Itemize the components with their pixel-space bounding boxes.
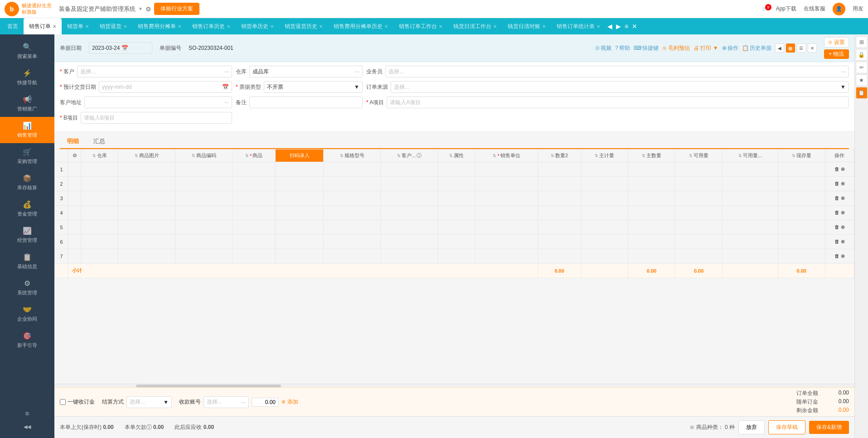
row-copy-3[interactable]: ⊕ <box>841 195 845 201</box>
online-service-link[interactable]: 在线客服 <box>804 5 825 13</box>
sidebar-item-sales[interactable]: 📊 销售管理 <box>0 117 54 143</box>
address-ellipsis[interactable]: ··· <box>224 99 229 106</box>
staff-ellipsis[interactable]: ··· <box>841 68 846 75</box>
tab-sales-order[interactable]: 销售订单 ✕ <box>24 18 62 34</box>
remark-input[interactable] <box>249 96 363 108</box>
sidebar-item-quicknav[interactable]: ⚡ 快捷导航 <box>0 64 54 91</box>
customer-input[interactable]: 选择... ··· <box>77 66 232 77</box>
warehouse-ellipsis[interactable]: ··· <box>355 68 359 75</box>
tab-home[interactable]: 首页 <box>2 18 24 34</box>
pag-close-btn[interactable]: ✕ <box>808 43 817 53</box>
tab-cash-daily[interactable]: 钱货日清工作台 ✕ <box>448 18 502 34</box>
help-link[interactable]: ? 帮助 <box>615 44 630 52</box>
tab-summary[interactable]: 汇总 <box>86 135 112 148</box>
sidebar-item-inventory[interactable]: 📦 库存核算 <box>0 169 54 196</box>
right-btn-edit[interactable]: ✏ <box>856 62 868 73</box>
sidebar-collapse-btn[interactable]: ◀◀ <box>0 420 54 433</box>
row-delete-3[interactable]: 🗑 <box>834 195 839 201</box>
row-copy-6[interactable]: ⊕ <box>841 239 845 244</box>
calendar-icon[interactable]: 📅 <box>121 45 128 51</box>
a-project-input[interactable]: 请输入A项目 <box>387 96 849 108</box>
row-copy-1[interactable]: ⊕ <box>841 166 845 172</box>
tab-sales-expense-history[interactable]: 销售费用分摊单历史 ✕ <box>328 18 393 34</box>
row-delete-6[interactable]: 🗑 <box>834 239 839 244</box>
row-copy-2[interactable]: ⊕ <box>841 181 845 186</box>
setting-button[interactable]: ⊙ 设置 <box>824 37 849 48</box>
tab-close-all-btn[interactable]: ✕ <box>630 23 639 30</box>
delivery-date-input[interactable]: yyyy-mm-dd 📅 <box>99 81 232 93</box>
tab-close-sales-order[interactable]: ✕ <box>53 24 56 29</box>
sidebar-item-search[interactable]: 🔍 搜索菜单 <box>0 38 54 64</box>
tab-close-cash-daily[interactable]: ✕ <box>493 24 497 29</box>
tab-sales-invoice[interactable]: 销货单 ✕ <box>62 18 94 34</box>
add-account-btn[interactable]: ⊕ 添加 <box>281 398 298 406</box>
tab-sales-return-history[interactable]: 销货退货历史 ✕ <box>279 18 328 34</box>
sidebar-item-guide[interactable]: 🎯 新手引导 <box>0 327 54 353</box>
pay-method-select[interactable]: 选择... ▼ <box>126 396 172 408</box>
quick-pay-checkbox[interactable]: 一键收订金 <box>60 398 95 406</box>
row-delete-4[interactable]: 🗑 <box>834 210 839 215</box>
tab-sales-expense[interactable]: 销售费用分摊单 ✕ <box>132 18 187 34</box>
shortcut-link[interactable]: ⌨ 快捷键 <box>634 44 659 52</box>
tab-close-sales-stats[interactable]: ✕ <box>596 24 600 29</box>
save-draft-button[interactable]: 保存草稿 <box>768 420 805 434</box>
view-link[interactable]: ⊙ 视频 <box>595 44 611 52</box>
row-delete-7[interactable]: 🗑 <box>834 253 839 259</box>
tab-sales-order-workbench[interactable]: 销售订单工作台 ✕ <box>393 18 448 34</box>
th-gear[interactable]: ⚙ <box>68 149 81 162</box>
date-input[interactable]: 2023-03-24 📅 <box>89 42 152 54</box>
row-copy-4[interactable]: ⊕ <box>841 210 845 215</box>
scrollbar-area[interactable] <box>54 384 854 387</box>
pag-prev-btn[interactable]: ◀ <box>775 43 784 53</box>
tab-sales-invoice-history[interactable]: 销货单历史 ✕ <box>236 18 279 34</box>
operation-link[interactable]: ⊕ 操作 <box>722 44 738 52</box>
right-btn-grid[interactable]: ⊞ <box>856 36 868 48</box>
tab-close-sales-return[interactable]: ✕ <box>123 24 127 29</box>
tab-close-sales-invoice[interactable]: ✕ <box>85 24 89 29</box>
tab-close-sales-return-history[interactable]: ✕ <box>319 24 323 29</box>
row-copy-5[interactable]: ⊕ <box>841 224 845 230</box>
industry-btn[interactable]: 体验行业方案 <box>154 3 199 15</box>
order-source-select[interactable]: 选择... ▼ <box>391 81 849 93</box>
warehouse-input[interactable]: 成品库 ··· <box>249 66 363 77</box>
b-project-input[interactable]: 请输入B项目 <box>81 112 232 124</box>
tab-sales-return[interactable]: 销货退货 ✕ <box>94 18 132 34</box>
tab-close-sales-order-history[interactable]: ✕ <box>227 24 230 29</box>
tab-close-sales-expense-history[interactable]: ✕ <box>384 24 388 29</box>
tab-sales-order-history[interactable]: 销售订单历史 ✕ <box>187 18 236 34</box>
account-select[interactable]: 选择... ··· <box>204 396 249 408</box>
row-delete-5[interactable]: 🗑 <box>834 224 839 230</box>
tab-menu-btn[interactable]: ≡ <box>623 23 630 30</box>
tab-sales-stats[interactable]: 销售订单统计表 ✕ <box>551 18 606 34</box>
save-new-button[interactable]: 保存&新增 <box>809 421 849 434</box>
profit-link[interactable]: ⊙ 毛利预估 <box>662 44 690 52</box>
user-avatar[interactable]: 👤 <box>833 3 845 15</box>
pag-grid-btn[interactable]: ▦ <box>786 43 795 53</box>
discard-button[interactable]: 放弃 <box>738 420 765 434</box>
sidebar-settings-btn[interactable]: ⚙ <box>0 407 54 420</box>
amount-input[interactable] <box>252 398 279 407</box>
sidebar-item-finance[interactable]: 💰 资金管理 <box>0 196 54 222</box>
system-dropdown-arrow[interactable]: ▼ <box>138 6 143 11</box>
th-scan[interactable]: 扫码录入 <box>275 149 323 162</box>
sidebar-item-basic[interactable]: 📋 基础信息 <box>0 248 54 274</box>
tab-close-cash-reconcile[interactable]: ✕ <box>542 24 546 29</box>
sidebar-item-system[interactable]: ⚙ 系统管理 <box>0 274 54 301</box>
sidebar-item-marketing[interactable]: 📢 营销推广 <box>0 91 54 117</box>
address-input[interactable]: ··· <box>84 96 232 108</box>
gear-icon[interactable]: ⚙ <box>145 5 151 13</box>
right-btn-clipboard[interactable]: 📋 <box>856 87 868 99</box>
row-delete-2[interactable]: 🗑 <box>834 181 839 186</box>
delivery-calendar-icon[interactable]: 📅 <box>222 84 229 90</box>
ticket-type-select[interactable]: 不开票 ▼ <box>264 81 363 93</box>
tab-close-sales-expense[interactable]: ✕ <box>178 24 181 29</box>
sidebar-item-operation[interactable]: 📈 经营管理 <box>0 222 54 248</box>
tab-close-workbench[interactable]: ✕ <box>439 24 442 29</box>
app-download-link[interactable]: App下载 <box>776 5 796 13</box>
row-copy-7[interactable]: ⊕ <box>841 253 845 259</box>
tab-close-sales-invoice-history[interactable]: ✕ <box>270 24 274 29</box>
gear-icon[interactable]: ⚙ <box>73 153 77 158</box>
sidebar-item-collab[interactable]: 🤝 企业协同 <box>0 301 54 327</box>
print-link[interactable]: 🖨 打印 ▼ <box>693 44 718 52</box>
account-ellipsis[interactable]: ··· <box>241 399 246 405</box>
